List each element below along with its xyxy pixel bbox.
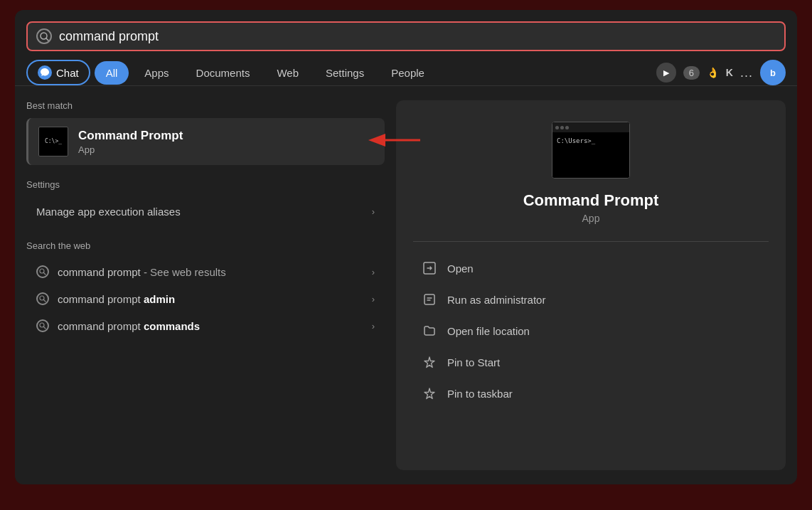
- search-bar: [26, 21, 786, 51]
- web-item-0-left: command prompt - See web results: [36, 265, 226, 278]
- action-open-file-location[interactable]: Open file location: [413, 316, 769, 346]
- tab-web[interactable]: Web: [265, 61, 310, 85]
- action-pin-to-taskbar[interactable]: Pin to taskbar: [413, 378, 769, 408]
- best-match-item[interactable]: C:\>_ Command Prompt App: [26, 118, 385, 165]
- web-search-icon-2: [36, 319, 49, 332]
- web-item-2-text: command prompt commands: [58, 320, 200, 332]
- tab-bar: Chat All Apps Documents Web Settings Peo…: [15, 51, 797, 86]
- tab-people-label: People: [391, 67, 424, 79]
- cmd-app-icon: C:\>_: [38, 127, 68, 156]
- tab-chat-label: Chat: [56, 67, 79, 79]
- action-open-label: Open: [447, 262, 474, 275]
- titlebar-dot: [555, 126, 559, 129]
- web-item-1-left: command prompt admin: [36, 292, 175, 305]
- tab-settings-label: Settings: [326, 67, 364, 79]
- web-search-icon-0: [36, 265, 49, 278]
- right-panel-app-type: App: [582, 213, 600, 224]
- bing-button[interactable]: b: [760, 60, 786, 85]
- tab-chat[interactable]: Chat: [26, 60, 90, 85]
- pin-icon: [422, 354, 437, 370]
- badge-count: 6: [683, 66, 700, 80]
- web-chevron-0: ›: [372, 267, 375, 277]
- admin-icon: [422, 292, 437, 307]
- action-open[interactable]: Open: [413, 253, 769, 283]
- right-panel: C:\Users>_ Command Prompt App Open: [396, 100, 786, 470]
- best-match-title: Best match: [26, 100, 385, 111]
- tab-apps[interactable]: Apps: [133, 61, 180, 85]
- folder-icon: [422, 323, 437, 339]
- preview-content: C:\Users>_: [552, 132, 629, 150]
- titlebar-dot-2: [560, 126, 564, 129]
- right-panel-app-name: Command Prompt: [523, 191, 659, 210]
- search-icon: [36, 28, 52, 44]
- main-content: Best match C:\>_ Command Prompt App: [15, 86, 797, 484]
- web-item-1-text: command prompt admin: [58, 293, 175, 305]
- taskbar-icon: [422, 386, 437, 401]
- web-item-2[interactable]: command prompt commands ›: [26, 312, 385, 339]
- action-list: Open Run as administrator: [413, 253, 769, 408]
- tab-documents[interactable]: Documents: [185, 61, 262, 85]
- action-folder-label: Open file location: [447, 325, 530, 337]
- web-section: Search the web command prompt - See web …: [26, 240, 385, 339]
- app-preview-thumbnail: C:\Users>_: [552, 122, 630, 179]
- web-search-icon-1: [36, 292, 49, 305]
- preview-titlebar: [552, 122, 629, 132]
- tab-documents-label: Documents: [196, 67, 250, 79]
- web-item-0[interactable]: command prompt - See web results ›: [26, 258, 385, 285]
- svg-line-1: [46, 38, 48, 41]
- action-pin-start-label: Pin to Start: [447, 356, 500, 368]
- web-chevron-1: ›: [372, 294, 375, 304]
- best-match-type: App: [78, 144, 375, 155]
- settings-section: Settings Manage app execution aliases ›: [26, 179, 385, 226]
- more-button[interactable]: ...: [740, 65, 753, 80]
- svg-line-4: [44, 273, 46, 275]
- svg-line-6: [44, 300, 46, 302]
- svg-line-8: [44, 327, 46, 329]
- open-icon: [422, 260, 437, 276]
- settings-item-aliases[interactable]: Manage app execution aliases ›: [26, 197, 385, 226]
- preview-inner: C:\Users>_: [552, 122, 629, 178]
- left-panel: Best match C:\>_ Command Prompt App: [26, 100, 396, 470]
- search-input[interactable]: [59, 29, 776, 44]
- tab-settings[interactable]: Settings: [314, 61, 375, 85]
- action-run-as-admin[interactable]: Run as administrator: [413, 285, 769, 314]
- chat-icon: [38, 65, 52, 80]
- divider: [413, 241, 769, 242]
- action-pin-to-start[interactable]: Pin to Start: [413, 347, 769, 377]
- k-label: K: [726, 67, 733, 78]
- web-item-0-text: command prompt - See web results: [58, 266, 226, 278]
- tab-web-label: Web: [277, 67, 299, 79]
- chevron-right-icon: ›: [372, 206, 375, 217]
- gesture-icon: 👌: [707, 67, 719, 78]
- action-admin-label: Run as administrator: [447, 294, 545, 306]
- tab-extras: ▶ 6 👌 K ... b: [656, 60, 786, 85]
- svg-rect-10: [424, 294, 434, 304]
- settings-item-label: Manage app execution aliases: [36, 206, 181, 218]
- web-chevron-2: ›: [372, 321, 375, 331]
- tab-people[interactable]: People: [380, 61, 436, 85]
- search-panel: Chat All Apps Documents Web Settings Peo…: [15, 10, 797, 484]
- titlebar-dot-3: [565, 126, 569, 129]
- best-match-info: Command Prompt App: [78, 129, 375, 155]
- play-button[interactable]: ▶: [656, 63, 676, 83]
- tab-all[interactable]: All: [95, 61, 129, 85]
- tab-all-label: All: [106, 67, 118, 79]
- web-section-title: Search the web: [26, 240, 385, 251]
- web-item-1[interactable]: command prompt admin ›: [26, 285, 385, 312]
- tab-apps-label: Apps: [144, 67, 169, 79]
- settings-section-title: Settings: [26, 179, 385, 190]
- action-pin-taskbar-label: Pin to taskbar: [447, 388, 513, 400]
- web-item-2-left: command prompt commands: [36, 319, 200, 332]
- best-match-name: Command Prompt: [78, 129, 375, 143]
